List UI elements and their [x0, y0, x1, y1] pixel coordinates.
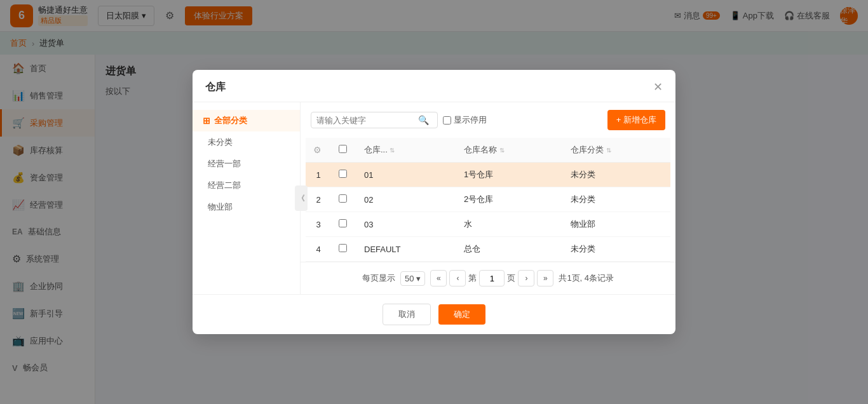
- row-checkbox-cell[interactable]: [331, 187, 356, 212]
- show-disabled-label: 显示停用: [443, 114, 487, 126]
- row-number: 4: [306, 237, 331, 262]
- sort-icon: ⇅: [606, 147, 611, 154]
- total-info: 共1页, 4条记录: [559, 273, 614, 284]
- row-checkbox-cell[interactable]: [331, 212, 356, 237]
- add-warehouse-button[interactable]: + 新增仓库: [607, 110, 665, 130]
- row-checkbox[interactable]: [339, 194, 347, 203]
- search-input-wrap[interactable]: 🔍: [311, 112, 438, 128]
- panel-collapse-button[interactable]: 《: [295, 185, 308, 211]
- row-checkbox[interactable]: [339, 219, 347, 227]
- category-item-property[interactable]: 物业部: [193, 196, 300, 218]
- category-item-unclassified[interactable]: 未分类: [193, 131, 300, 153]
- row-code: 03: [356, 212, 456, 237]
- prev-page-button[interactable]: ‹: [449, 270, 466, 286]
- row-checkbox[interactable]: [339, 244, 347, 252]
- col-category: 仓库分类 ⇅: [563, 138, 670, 163]
- last-page-button[interactable]: »: [537, 270, 553, 286]
- row-category: 物业部: [563, 212, 670, 237]
- select-all-checkbox[interactable]: [339, 145, 347, 153]
- row-number: 3: [306, 212, 331, 237]
- cancel-button[interactable]: 取消: [383, 304, 431, 325]
- per-page-select[interactable]: 50 ▾: [400, 271, 425, 286]
- row-checkbox-cell[interactable]: [331, 163, 356, 187]
- row-name: 2号仓库: [456, 187, 564, 212]
- row-checkbox[interactable]: [339, 170, 347, 178]
- table-scroll: ⚙ 仓库... ⇅ 仓库名称 ⇅: [301, 138, 675, 262]
- category-all[interactable]: ⊞ 全部分类: [193, 110, 300, 131]
- page-label: 第: [468, 273, 477, 284]
- dialog-header: 仓库 ✕: [193, 70, 675, 102]
- row-code: DEFAULT: [356, 237, 456, 262]
- row-number: 1: [306, 163, 331, 187]
- col-checkbox[interactable]: [331, 138, 356, 163]
- col-name: 仓库名称 ⇅: [456, 138, 564, 163]
- dialog-footer: 取消 确定: [193, 294, 675, 334]
- col-code: 仓库... ⇅: [356, 138, 456, 163]
- show-disabled-checkbox[interactable]: [443, 116, 451, 125]
- pagination: 每页显示 50 ▾ « ‹ 第 页 ›: [301, 262, 675, 294]
- show-disabled-text: 显示停用: [454, 114, 487, 126]
- row-code: 02: [356, 187, 456, 212]
- per-page-dropdown-icon: ▾: [416, 274, 421, 283]
- row-name: 1号仓库: [456, 163, 564, 187]
- first-page-button[interactable]: «: [430, 270, 447, 286]
- page-unit: 页: [507, 273, 515, 284]
- page-navigation: « ‹ 第 页 › »: [430, 270, 553, 286]
- row-number: 2: [306, 187, 331, 212]
- warehouse-dialog: 仓库 ✕ 《 ⊞ 全部分类 未分类 经营一部 经营二部 物业部: [193, 70, 675, 334]
- category-item-ops1[interactable]: 经营一部: [193, 153, 300, 175]
- col-settings[interactable]: ⚙: [306, 138, 331, 163]
- row-category: 未分类: [563, 163, 670, 187]
- dialog-title: 仓库: [205, 81, 226, 94]
- search-icon: 🔍: [418, 115, 429, 125]
- page-input[interactable]: [479, 270, 505, 286]
- table-header: ⚙ 仓库... ⇅ 仓库名称 ⇅: [306, 138, 670, 163]
- row-category: 未分类: [563, 237, 670, 262]
- settings-icon: ⚙: [313, 145, 322, 155]
- category-item-ops2[interactable]: 经营二部: [193, 175, 300, 196]
- grid-icon: ⊞: [203, 116, 210, 126]
- table-row[interactable]: 3 03 水 物业部: [306, 212, 670, 237]
- confirm-button[interactable]: 确定: [438, 304, 485, 325]
- per-page-value: 50: [405, 274, 414, 283]
- table-panel: 🔍 显示停用 + 新增仓库 ⚙: [301, 102, 675, 294]
- search-input[interactable]: [316, 116, 418, 125]
- table-row[interactable]: 2 02 2号仓库 未分类: [306, 187, 670, 212]
- row-category: 未分类: [563, 187, 670, 212]
- warehouse-table: ⚙ 仓库... ⇅ 仓库名称 ⇅: [306, 138, 670, 262]
- sort-icon: ⇅: [390, 147, 395, 154]
- dialog-body: 《 ⊞ 全部分类 未分类 经营一部 经营二部 物业部: [193, 102, 675, 294]
- sort-icon: ⇅: [499, 147, 505, 154]
- table-row[interactable]: 4 DEFAULT 总仓 未分类: [306, 237, 670, 262]
- row-name: 总仓: [456, 237, 564, 262]
- row-code: 01: [356, 163, 456, 187]
- dialog-close-button[interactable]: ✕: [653, 80, 663, 94]
- table-body: 1 01 1号仓库 未分类 2 02 2号仓库 未分类: [306, 163, 670, 262]
- row-checkbox-cell[interactable]: [331, 237, 356, 262]
- per-page-label: 每页显示: [362, 273, 395, 284]
- category-panel: 《 ⊞ 全部分类 未分类 经营一部 经营二部 物业部: [193, 102, 301, 294]
- table-toolbar: 🔍 显示停用 + 新增仓库: [301, 102, 675, 138]
- table-row[interactable]: 1 01 1号仓库 未分类: [306, 163, 670, 187]
- next-page-button[interactable]: ›: [518, 270, 534, 286]
- category-all-label: 全部分类: [214, 115, 247, 126]
- row-name: 水: [456, 212, 564, 237]
